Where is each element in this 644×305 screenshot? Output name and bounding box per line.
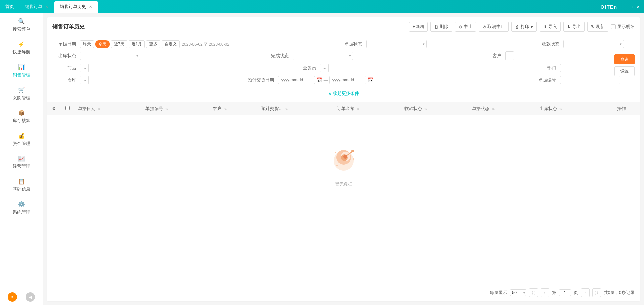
th-no[interactable]: 单据编号 ⇅ <box>141 102 209 115</box>
page-number-input[interactable] <box>559 289 571 296</box>
date-btn-custom[interactable]: 自定义 <box>162 40 180 48</box>
delivery-date-end[interactable] <box>329 76 366 84</box>
payment-status-select[interactable] <box>563 40 624 48</box>
svg-point-6 <box>351 150 354 152</box>
window-close-icon[interactable]: ✕ <box>636 4 640 9</box>
date-btn-today[interactable]: 今天 <box>95 40 110 48</box>
window-maximize-icon[interactable]: □ <box>630 4 632 9</box>
th-date[interactable]: 单据日期 ⇅ <box>74 102 141 115</box>
sidebar-collapse-btn[interactable]: ◀ <box>26 292 35 302</box>
tab-sales-order-history-close[interactable]: ✕ <box>88 4 93 9</box>
bill-status-select[interactable] <box>366 40 427 48</box>
print-button[interactable]: 🖨 打印 ▾ <box>511 22 537 32</box>
sidebar-item-purchase-mgmt[interactable]: 🛒 采购管理 <box>0 82 43 105</box>
collapse-row: ∧ 收起更多条件 <box>52 88 635 98</box>
sidebar-item-quick-nav[interactable]: ⚡ 快捷导航 <box>0 36 43 59</box>
out-status-select[interactable] <box>80 52 140 60</box>
bill-no-input[interactable] <box>560 76 620 84</box>
import-icon: ⬆ <box>543 24 547 29</box>
bill-status-label: 单据状态 <box>339 41 362 47</box>
cancel-stop-button[interactable]: ⊘ 取消中止 <box>479 22 509 32</box>
delivery-date-start[interactable] <box>278 76 315 84</box>
dept-select[interactable] <box>560 64 620 72</box>
page-label-prefix: 第 <box>552 290 556 296</box>
customer-label: 客户 <box>478 53 501 59</box>
sidebar-item-operation-mgmt[interactable]: 📈 经营管理 <box>0 151 43 174</box>
delivery-date-start-calendar-icon[interactable]: 📅 <box>316 77 322 83</box>
content: 销售订单历史 + 新增 🗑 删除 ⊘ 中止 ⊘ 取消中止 🖨 打印 ▾ <box>43 13 644 305</box>
export-button[interactable]: ⬇ 导出 <box>563 22 585 32</box>
date-filter: 昨天 今天 近7天 近1月 更多 自定义 2023-06-02 至 2023-0… <box>80 40 229 48</box>
date-btn-more[interactable]: 更多 <box>146 40 160 48</box>
table-header: ⚙ 单据日期 ⇅ 单据编号 ⇅ <box>47 102 640 115</box>
sidebar-item-inventory-check[interactable]: 📦 库存核算 <box>0 105 43 128</box>
per-page-select[interactable]: 50 10 20 100 <box>510 289 526 296</box>
display-cols-toggle[interactable]: 显示明细 <box>611 24 635 30</box>
search-menu-icon: 🔍 <box>18 17 25 25</box>
th-out-status-sort-icon: ⇅ <box>559 107 562 111</box>
date-btn-yesterday[interactable]: 昨天 <box>80 40 94 48</box>
tab-home[interactable]: 首页 <box>0 0 19 13</box>
delivery-date-range: 📅 — 📅 <box>278 76 373 84</box>
last-page-btn[interactable]: ⟩⟩ <box>592 288 601 297</box>
th-payment-status[interactable]: 收款状态 ⇅ <box>400 102 468 115</box>
filter-row-3: 商品 ··· 业务员 ··· 部门 <box>52 64 635 72</box>
th-bill-status[interactable]: 单据状态 ⇅ <box>468 102 535 115</box>
customer-picker[interactable]: ··· <box>505 51 514 60</box>
payment-status-select-wrap <box>563 40 624 48</box>
th-settings[interactable]: ⚙ <box>47 102 60 115</box>
new-button[interactable]: + 新增 <box>409 22 428 32</box>
cancel-stop-icon: ⊘ <box>482 24 486 29</box>
collapse-btn[interactable]: ∧ 收起更多条件 <box>327 89 360 98</box>
prev-page-btn[interactable]: ⟨ <box>541 288 549 297</box>
filter-row-4: 仓库 ··· 预计交货日期 📅 — 📅 单据编号 <box>52 76 635 84</box>
th-out-status[interactable]: 出库状态 ⇅ <box>535 102 603 115</box>
refresh-button[interactable]: ↻ 刷新 <box>587 22 608 32</box>
refresh-icon: ↻ <box>591 24 595 29</box>
date-btn-7days[interactable]: 近7天 <box>111 40 127 48</box>
import-label: 导入 <box>548 24 557 30</box>
date-quick-btns: 昨天 今天 近7天 近1月 更多 自定义 <box>80 40 180 48</box>
next-page-btn[interactable]: ⟩ <box>581 288 590 297</box>
th-amount[interactable]: 订单金额 ⇅ <box>333 102 400 115</box>
sidebar-item-system-mgmt[interactable]: ⚙️ 系统管理 <box>0 196 43 219</box>
window-minimize-icon[interactable]: — <box>621 4 626 9</box>
tab-sales-order[interactable]: 销售订单 ✕ <box>19 0 54 13</box>
stop-label: 中止 <box>464 24 472 30</box>
th-no-sort-icon: ⇅ <box>165 107 168 111</box>
sidebar-item-search-menu[interactable]: 🔍 搜索菜单 <box>0 13 43 36</box>
sidebar-item-basic-info[interactable]: 📋 基础信息 <box>0 174 43 196</box>
th-ops: 操作 <box>603 102 640 115</box>
tab-sales-order-history[interactable]: 销售订单历史 ✕ <box>54 1 98 13</box>
import-button[interactable]: ⬆ 导入 <box>540 22 561 32</box>
sidebar-item-sales-mgmt[interactable]: 📊 销售管理 <box>0 59 43 82</box>
tab-sales-order-close[interactable]: ✕ <box>44 4 49 9</box>
delivery-date-end-calendar-icon[interactable]: 📅 <box>368 77 373 83</box>
sidebar-settings-btn[interactable]: ☀ <box>8 292 17 302</box>
tab-sales-order-label: 销售订单 <box>25 4 42 10</box>
product-picker[interactable]: ··· <box>80 64 89 72</box>
display-cols-checkbox[interactable] <box>611 24 616 29</box>
operation-mgmt-icon: 📈 <box>18 155 25 162</box>
warehouse-picker[interactable]: ··· <box>80 76 89 84</box>
stop-button[interactable]: ⊘ 中止 <box>455 22 476 32</box>
th-customer[interactable]: 客户 ⇅ <box>209 102 257 115</box>
sidebar-item-purchase-mgmt-label: 采购管理 <box>13 95 30 101</box>
salesperson-label: 业务员 <box>293 65 316 71</box>
svg-point-8 <box>353 158 354 160</box>
query-button[interactable]: 查询 <box>614 54 635 64</box>
complete-status-select[interactable] <box>293 52 353 60</box>
stop-icon: ⊘ <box>459 24 462 29</box>
th-delivery[interactable]: 预计交货... ⇅ <box>257 102 333 115</box>
print-label: 打印 <box>521 24 529 30</box>
settings-button[interactable]: 设置 <box>614 66 635 76</box>
salesperson-picker[interactable]: ··· <box>320 64 329 72</box>
first-page-btn[interactable]: ⟨⟨ <box>529 288 538 297</box>
th-checkbox[interactable] <box>60 102 74 115</box>
select-all-checkbox[interactable] <box>65 106 70 110</box>
sidebar-item-finance-mgmt[interactable]: 💰 资金管理 <box>0 128 43 151</box>
collapse-label: 收起更多条件 <box>333 90 359 97</box>
print-icon: 🖨 <box>515 24 519 29</box>
date-btn-1month[interactable]: 近1月 <box>129 40 145 48</box>
delete-button[interactable]: 🗑 删除 <box>430 22 452 32</box>
